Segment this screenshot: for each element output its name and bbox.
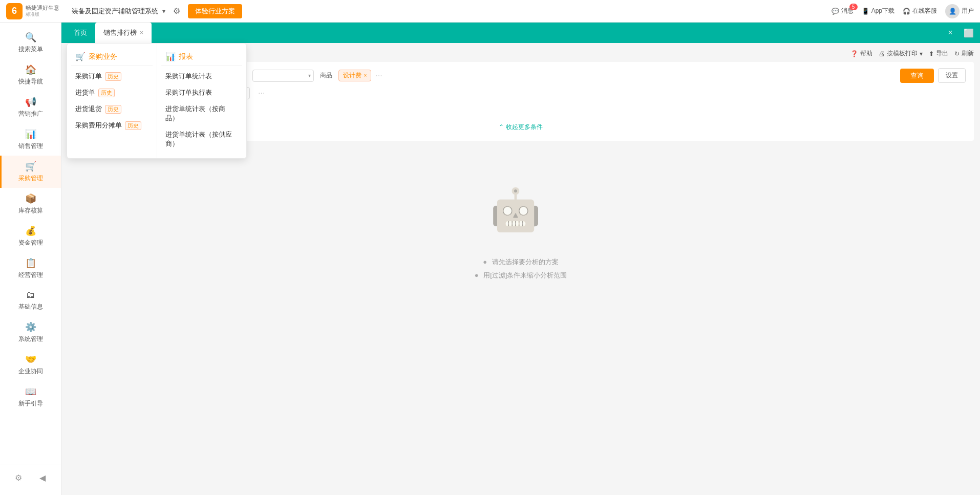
- report-order-stat-item[interactable]: 采购订单统计表: [161, 68, 243, 84]
- report-in-goods-label: 进货单统计表（按商品）: [165, 104, 239, 123]
- purchase-return-label: 进货退货: [75, 104, 102, 114]
- purchase-return-history[interactable]: 历史: [105, 105, 121, 114]
- purchase-section-label: 采购业务: [89, 52, 117, 61]
- purchase-expense-item[interactable]: 采购费用分摊单 历史: [71, 117, 153, 134]
- purchase-order-item[interactable]: 采购订单 历史: [71, 68, 153, 84]
- report-section-icon: 📊: [165, 52, 176, 61]
- purchase-in-item[interactable]: 进货单 历史: [71, 84, 153, 101]
- report-in-supplier-label: 进货单统计表（按供应商）: [165, 130, 239, 148]
- report-section-title: 📊 报表: [161, 50, 243, 66]
- report-order-exec-item[interactable]: 采购订单执行表: [161, 84, 243, 101]
- purchase-order-label: 采购订单: [75, 72, 102, 81]
- purchase-order-history[interactable]: 历史: [105, 72, 121, 81]
- purchase-in-label: 进货单: [75, 88, 95, 97]
- purchase-section-icon: 🛒: [75, 52, 86, 61]
- purchase-expense-history[interactable]: 历史: [125, 121, 141, 130]
- purchase-expense-label: 采购费用分摊单: [75, 121, 122, 130]
- report-section-label: 报表: [179, 52, 193, 61]
- dropdown-menu: 🛒 采购业务 采购订单 历史 进货单 历史 进货退货 历史 采购费用分摊单 历史…: [67, 43, 247, 159]
- purchase-col: 🛒 采购业务 采购订单 历史 进货单 历史 进货退货 历史 采购费用分摊单 历史: [67, 44, 157, 158]
- purchase-section-title: 🛒 采购业务: [71, 50, 153, 66]
- report-order-exec-label: 采购订单执行表: [165, 88, 212, 97]
- report-col: 📊 报表 采购订单统计表 采购订单执行表 进货单统计表（按商品） 进货单统计表（…: [157, 44, 247, 158]
- purchase-in-history[interactable]: 历史: [98, 89, 115, 97]
- report-in-supplier-item[interactable]: 进货单统计表（按供应商）: [161, 126, 243, 152]
- report-order-stat-label: 采购订单统计表: [165, 72, 212, 81]
- purchase-return-item[interactable]: 进货退货 历史: [71, 101, 153, 117]
- report-in-goods-item[interactable]: 进货单统计表（按商品）: [161, 101, 243, 126]
